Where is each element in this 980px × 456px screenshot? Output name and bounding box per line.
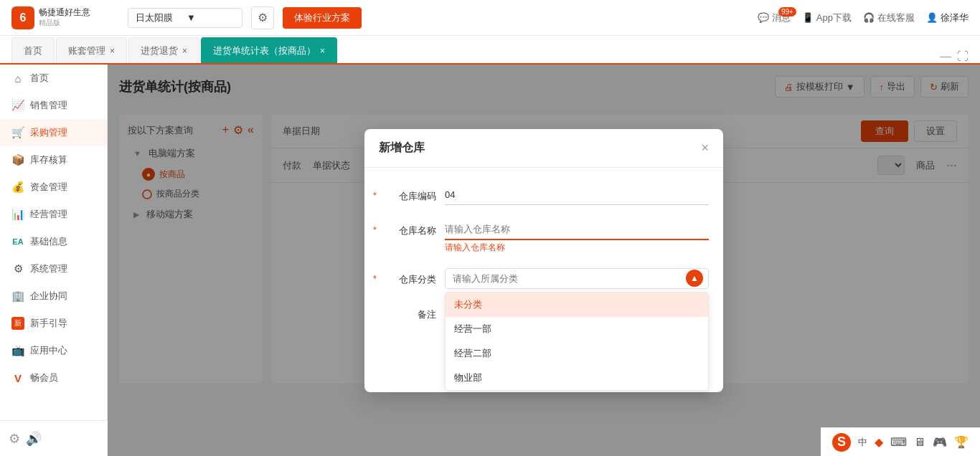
phone-icon: 📱	[802, 12, 814, 23]
tab-account-close[interactable]: ×	[110, 46, 115, 56]
category-label: 仓库分类	[379, 268, 436, 286]
brand-name: 畅捷通好生意	[39, 7, 90, 19]
new-warehouse-modal: 新增仓库 × 仓库编码 仓库名称	[364, 129, 723, 392]
online-service-label: 在线客服	[877, 11, 915, 24]
basic-icon: EA	[11, 235, 24, 248]
form-row-category: 仓库分类 ▲ 未分类 经营一部 经营二部 物业部	[379, 268, 709, 289]
user-name: 徐泽华	[941, 11, 969, 24]
app-download-button[interactable]: 📱 App下载	[802, 11, 852, 24]
code-input-wrap	[445, 185, 709, 205]
tab-account[interactable]: 账套管理 ×	[56, 37, 127, 63]
sidebar-item-home[interactable]: ⌂ 首页	[0, 65, 107, 92]
message-badge: 99+	[778, 7, 796, 16]
sidebar-app-center-label: 应用中心	[30, 344, 67, 357]
sidebar-home-label: 首页	[30, 72, 49, 85]
logo-area: 6 畅捷通好生意 精品版	[11, 6, 119, 29]
sidebar-item-app-center[interactable]: 📺 应用中心	[0, 337, 107, 364]
sidebar-basic-label: 基础信息	[30, 235, 67, 248]
tab-account-label: 账套管理	[68, 44, 105, 57]
sidebar-item-enterprise[interactable]: 🏢 企业协同	[0, 282, 107, 310]
operation-icon: 📊	[11, 208, 24, 221]
header-right: 💬 消息 99+ 📱 App下载 🎧 在线客服 👤 徐泽华	[758, 11, 969, 24]
chevron-down-icon: ▼	[187, 12, 235, 23]
dropdown-arrow-button[interactable]: ▲	[686, 270, 703, 287]
system-icon: ⚙	[11, 262, 24, 275]
footer-dot-icon: ◆	[875, 435, 883, 449]
category-dropdown-wrap: ▲ 未分类 经营一部 经营二部 物业部	[445, 268, 709, 289]
category-dropdown-list: 未分类 经营一部 经营二部 物业部	[445, 292, 709, 391]
tab-purchase-stat[interactable]: 进货单统计表（按商品） ×	[201, 37, 337, 63]
app-logo: 6	[11, 6, 34, 29]
code-input[interactable]	[445, 185, 709, 205]
sidebar-item-purchase[interactable]: 🛒 采购管理	[0, 119, 107, 146]
brand-sub: 精品版	[39, 18, 90, 28]
minimize-icon[interactable]: —	[940, 50, 951, 63]
modal-close-button[interactable]: ×	[701, 141, 709, 156]
user-icon: 👤	[926, 12, 938, 23]
message-icon: 💬	[758, 12, 769, 23]
note-label: 备注	[379, 303, 436, 321]
tab-purchase-return-close[interactable]: ×	[182, 46, 187, 56]
tab-home-label: 首页	[24, 44, 42, 57]
purchase-icon: 🛒	[11, 126, 24, 139]
name-label: 仓库名称	[379, 219, 436, 237]
enterprise-icon: 🏢	[11, 290, 24, 303]
tab-home[interactable]: 首页	[11, 37, 55, 63]
sidebar-member-label: 畅会员	[30, 371, 58, 384]
modal-overlay: 新增仓库 × 仓库编码 仓库名称	[108, 65, 980, 456]
store-name: 日太阳膜	[136, 11, 184, 24]
home-icon: ⌂	[11, 72, 24, 85]
modal-body: 仓库编码 仓库名称 请输入仓库名称	[364, 168, 723, 352]
message-button[interactable]: 💬 消息 99+	[758, 11, 791, 24]
sidebar-item-sales[interactable]: 📈 销售管理	[0, 92, 107, 119]
name-input-wrap: 请输入仓库名称	[445, 219, 709, 254]
sidebar-item-operation[interactable]: 📊 经营管理	[0, 201, 107, 228]
user-menu[interactable]: 👤 徐泽华	[926, 11, 969, 24]
dropdown-option-2[interactable]: 经营二部	[446, 341, 708, 366]
trial-button[interactable]: 体验行业方案	[283, 7, 362, 29]
modal-title: 新增仓库	[379, 141, 425, 156]
store-selector[interactable]: 日太阳膜 ▼	[128, 8, 242, 28]
name-input[interactable]	[445, 219, 709, 240]
footer-bar: S 中 ◆ ⌨ 🖥 🎮 🏆	[821, 427, 980, 456]
footer-gamepad-icon: 🎮	[933, 435, 947, 449]
sidebar-item-basic[interactable]: EA 基础信息	[0, 228, 107, 255]
code-label: 仓库编码	[379, 185, 436, 203]
footer-zh-icon: 中	[858, 436, 867, 449]
settings-bottom-icon[interactable]: ⚙	[9, 431, 20, 447]
expand-icon[interactable]: ⛶	[957, 50, 969, 63]
category-input[interactable]	[445, 268, 709, 289]
sidebar-bottom: ⚙ 🔊	[0, 420, 108, 456]
dropdown-option-3[interactable]: 物业部	[446, 366, 708, 390]
top-header: 6 畅捷通好生意 精品版 日太阳膜 ▼ ⚙ 体验行业方案 💬 消息 99+ 📱 …	[0, 0, 980, 36]
sidebar-sales-label: 销售管理	[30, 99, 67, 112]
tab-controls: — ⛶	[940, 50, 969, 63]
guide-icon: 新	[11, 317, 24, 330]
sidebar-purchase-label: 采购管理	[30, 126, 67, 139]
sidebar-item-inventory[interactable]: 📦 库存核算	[0, 146, 107, 174]
sidebar-enterprise-label: 企业协同	[30, 290, 67, 303]
footer-trophy-icon: 🏆	[954, 435, 969, 449]
app-download-label: App下载	[816, 11, 852, 24]
sidebar-item-finance[interactable]: 💰 资金管理	[0, 174, 107, 201]
tab-purchase-return[interactable]: 进货退货 ×	[128, 37, 199, 63]
main-layout: ⌂ 首页 📈 销售管理 🛒 采购管理 📦 库存核算 💰 资金管理 📊 经营管理 …	[0, 65, 980, 456]
dropdown-option-1[interactable]: 经营一部	[446, 317, 708, 341]
sidebar-item-member[interactable]: V 畅会员	[0, 364, 107, 391]
name-error-msg: 请输入仓库名称	[445, 242, 709, 254]
tab-purchase-stat-close[interactable]: ×	[320, 46, 325, 56]
sidebar-finance-label: 资金管理	[30, 181, 67, 194]
sidebar-item-guide[interactable]: 新 新手引导	[0, 310, 107, 337]
dropdown-option-0[interactable]: 未分类	[446, 293, 708, 317]
content-area: 进货单统计(按商品) 🖨 按模板打印 ▼ ↑ 导出 ↻ 刷新	[108, 65, 980, 456]
online-service-button[interactable]: 🎧 在线客服	[863, 11, 915, 24]
sales-icon: 📈	[11, 99, 24, 112]
volume-icon[interactable]: 🔊	[26, 431, 42, 447]
sidebar-item-system[interactable]: ⚙ 系统管理	[0, 255, 107, 282]
member-icon: V	[11, 371, 24, 384]
tab-bar: 首页 账套管理 × 进货退货 × 进货单统计表（按商品） × — ⛶	[0, 36, 980, 65]
tab-purchase-stat-label: 进货单统计表（按商品）	[213, 44, 316, 57]
gear-button[interactable]: ⚙	[251, 6, 274, 29]
app-center-icon: 📺	[11, 344, 24, 357]
footer-monitor-icon: 🖥	[914, 436, 925, 449]
